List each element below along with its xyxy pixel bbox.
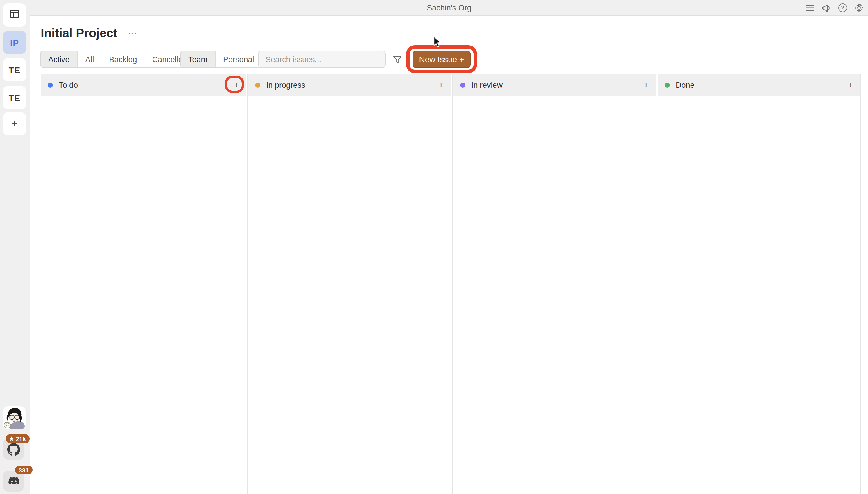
add-issue-button-todo[interactable]: + (234, 80, 239, 90)
megaphone-icon[interactable] (822, 3, 831, 13)
scope-tab-group: Team Personal (180, 51, 262, 68)
add-issue-button-in-review[interactable]: + (643, 80, 649, 90)
github-stars-count: 21k (16, 435, 26, 442)
column-header-in-progress: In progress + (248, 74, 451, 96)
more-options-button[interactable]: ⋯ (129, 28, 138, 38)
star-icon: ★ (9, 436, 14, 442)
column-header-in-review: In review + (453, 74, 656, 96)
column-title: In review (471, 80, 502, 89)
column-divider (861, 74, 861, 494)
project-initials: IP (10, 37, 19, 48)
new-issue-button[interactable]: New Issue + (413, 51, 471, 68)
search-input[interactable] (258, 51, 386, 68)
status-dot-done (665, 82, 670, 88)
discord-icon (7, 475, 20, 488)
sidebar-item-team-te-2[interactable]: TE (3, 86, 26, 109)
sidebar-item-boards[interactable] (3, 3, 26, 27)
column-title: Done (676, 80, 695, 89)
help-icon[interactable]: ? (838, 3, 848, 13)
filter-tab-group: Active All Backlog Cancelled (40, 51, 195, 68)
column-title: To do (59, 80, 78, 89)
add-workspace-button[interactable]: + (3, 112, 26, 135)
gear-icon[interactable] (854, 3, 864, 13)
column-header-todo: To do + (41, 74, 246, 96)
discord-count: 331 (19, 467, 29, 473)
add-issue-button-in-progress[interactable]: + (438, 80, 444, 90)
tab-team[interactable]: Team (181, 51, 216, 68)
column-divider (452, 74, 453, 494)
team-initials: TE (9, 65, 20, 75)
status-dot-todo (48, 82, 53, 88)
tab-personal[interactable]: Personal (216, 51, 262, 68)
column-title: In progress (266, 80, 305, 89)
status-dot-in-review (460, 82, 466, 88)
top-header: Sachin's Org ? (30, 0, 868, 16)
tab-backlog[interactable]: Backlog (102, 51, 145, 68)
github-icon (7, 442, 20, 456)
column-header-done: Done + (658, 74, 861, 96)
tab-active[interactable]: Active (41, 51, 78, 68)
github-stars-badge: ★ 21k (6, 434, 29, 443)
mouse-cursor (433, 36, 442, 51)
app-window: IP TE TE + (0, 0, 868, 494)
discord-count-badge: 331 (15, 466, 32, 474)
avatar-illustration (3, 406, 25, 430)
column-divider (247, 74, 248, 494)
workspace-rail: IP TE TE + (0, 0, 30, 494)
menu-icon[interactable] (805, 3, 815, 13)
add-issue-button-done[interactable]: + (848, 80, 853, 90)
sidebar-item-project-ip[interactable]: IP (3, 31, 26, 54)
board-layout-icon (9, 8, 20, 22)
status-dot-in-progress (255, 82, 260, 88)
filter-funnel-icon[interactable] (392, 55, 402, 68)
tab-all[interactable]: All (78, 51, 102, 68)
team-initials: TE (9, 93, 20, 102)
plus-icon: + (11, 117, 18, 130)
column-divider (656, 74, 657, 494)
help-glyph: ? (841, 5, 845, 11)
page-title: Initial Project (41, 26, 117, 40)
sidebar-item-team-te-1[interactable]: TE (3, 58, 26, 81)
org-title: Sachin's Org (30, 3, 868, 12)
user-avatar[interactable] (3, 406, 25, 430)
